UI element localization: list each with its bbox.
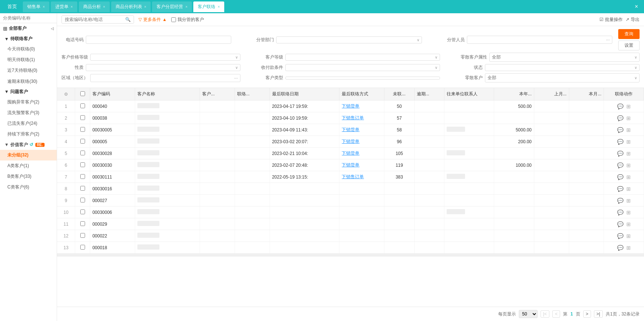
my-customers-filter[interactable]: 我分管的客户: [171, 17, 204, 23]
sidebar-item-class-b[interactable]: B类客户(33): [0, 171, 57, 182]
all-customers-header[interactable]: ⊞ 全部客户 ◁: [0, 23, 57, 34]
sidebar-item-class-c[interactable]: C类客户(6): [0, 182, 57, 193]
last-way-link[interactable]: 下销货单: [342, 151, 359, 156]
close-sales-tab[interactable]: ×: [43, 5, 45, 9]
grid-action-icon[interactable]: ⊞: [626, 221, 631, 227]
message-icon[interactable]: 💬: [617, 103, 623, 109]
settings-icon[interactable]: ⚙: [64, 92, 68, 97]
grid-action-icon[interactable]: ⊞: [626, 174, 631, 180]
cell-checkbox[interactable]: [75, 207, 90, 218]
customer-level-select[interactable]: ∨: [285, 54, 440, 61]
sidebar-item-class-a[interactable]: A类客户(1): [0, 160, 57, 171]
cell-checkbox[interactable]: [75, 124, 90, 136]
grid-action-icon[interactable]: ⊞: [626, 198, 631, 204]
nav-tab-product-analysis[interactable]: 商品分析 ×: [79, 1, 110, 12]
last-page-btn[interactable]: >|: [594, 310, 603, 318]
refresh-icon[interactable]: ↺: [29, 142, 33, 147]
problem-section[interactable]: ▼ 问题客户: [0, 87, 57, 97]
nav-tab-sales[interactable]: 销售单 ×: [23, 1, 49, 12]
message-icon[interactable]: 💬: [617, 245, 623, 251]
row-checkbox[interactable]: [80, 162, 85, 167]
sidebar-item-overdue[interactable]: 逾期未联络(30): [0, 76, 57, 87]
region-more[interactable]: ···: [234, 75, 238, 81]
th-checkbox[interactable]: [75, 88, 90, 100]
nav-tab-customer-segment[interactable]: 客户分层经营 ×: [152, 1, 192, 12]
grid-action-icon[interactable]: ⊞: [626, 162, 631, 168]
message-icon[interactable]: 💬: [617, 221, 623, 227]
sidebar-item-unclassified[interactable]: 未分组(32): [0, 150, 57, 160]
cell-checkbox[interactable]: [75, 195, 90, 207]
query-button[interactable]: 查询: [618, 29, 640, 39]
row-checkbox[interactable]: [80, 127, 85, 132]
last-way-link[interactable]: 下销货单: [342, 103, 359, 109]
grid-action-icon[interactable]: ⊞: [626, 151, 631, 156]
grid-action-icon[interactable]: ⊞: [626, 233, 631, 239]
close-product-list-tab[interactable]: ×: [144, 5, 147, 9]
scrollbar[interactable]: [57, 254, 644, 257]
grid-action-icon[interactable]: ⊞: [626, 103, 631, 109]
close-product-analysis-tab[interactable]: ×: [103, 5, 105, 9]
collapse-icon[interactable]: ◁: [51, 27, 54, 31]
phone-input[interactable]: [86, 36, 231, 44]
price-level-select[interactable]: ∨: [90, 54, 240, 61]
last-way-link[interactable]: 下销售订单: [342, 174, 364, 179]
grid-action-icon[interactable]: ⊞: [626, 139, 631, 145]
cell-checkbox[interactable]: [75, 171, 90, 183]
row-checkbox[interactable]: [80, 151, 85, 155]
message-icon[interactable]: 💬: [617, 198, 623, 204]
message-icon[interactable]: 💬: [617, 127, 623, 133]
grid-action-icon[interactable]: ⊞: [626, 127, 631, 133]
sidebar-item-today[interactable]: 今天待联络(0): [0, 44, 57, 54]
message-icon[interactable]: 💬: [617, 139, 623, 145]
status-select[interactable]: ∨: [485, 64, 640, 71]
sidebar-item-tomorrow[interactable]: 明天待联络(1): [0, 54, 57, 65]
retail-attr-select[interactable]: 全部 ∨: [489, 53, 640, 62]
message-icon[interactable]: 💬: [617, 174, 623, 180]
row-checkbox[interactable]: [80, 233, 85, 238]
more-conditions-btn[interactable]: ▽ 更多条件 ▲: [138, 17, 167, 23]
cell-checkbox[interactable]: [75, 218, 90, 230]
my-customers-checkbox[interactable]: [171, 17, 176, 22]
sidebar-item-abnormal[interactable]: 囤购异常客户(2): [0, 97, 57, 107]
main-search-input[interactable]: [65, 17, 124, 22]
cell-checkbox[interactable]: [75, 159, 90, 171]
grid-action-icon[interactable]: ⊞: [626, 115, 631, 121]
message-icon[interactable]: 💬: [617, 151, 623, 156]
pending-section[interactable]: ▼ 待联络客户: [0, 34, 57, 44]
message-icon[interactable]: 💬: [617, 162, 623, 168]
nav-tab-customer-contact[interactable]: 客户联络 ×: [193, 1, 224, 12]
nav-home[interactable]: 首页: [3, 1, 21, 12]
close-segment-tab[interactable]: ×: [185, 5, 187, 9]
sidebar-item-7days[interactable]: 近7天待联络(0): [0, 65, 57, 76]
grid-action-icon[interactable]: ⊞: [626, 209, 631, 215]
first-page-btn[interactable]: |<: [541, 310, 549, 318]
more-icon[interactable]: ···: [606, 37, 610, 42]
row-checkbox[interactable]: [80, 245, 85, 250]
message-icon[interactable]: 💬: [617, 186, 623, 192]
sidebar-item-declining[interactable]: 持续下滑客户(2): [0, 129, 57, 140]
grid-action-icon[interactable]: ⊞: [626, 186, 631, 192]
last-way-link[interactable]: 下销货单: [342, 127, 359, 132]
nav-tab-purchase[interactable]: 进货单 ×: [51, 1, 77, 12]
next-page-btn[interactable]: >: [583, 310, 591, 318]
batch-operation-btn[interactable]: ☑ 批量操作: [599, 17, 623, 23]
sidebar-search-input[interactable]: [3, 15, 57, 21]
cell-checkbox[interactable]: [75, 183, 90, 195]
last-way-link[interactable]: 下销货单: [342, 139, 359, 144]
last-way-link[interactable]: 下销售订单: [342, 115, 364, 120]
row-checkbox[interactable]: [80, 174, 85, 179]
row-checkbox[interactable]: [80, 209, 85, 214]
payment-select[interactable]: ∨: [285, 64, 440, 71]
message-icon[interactable]: 💬: [617, 209, 623, 215]
cell-checkbox[interactable]: [75, 112, 90, 124]
cell-checkbox[interactable]: [75, 136, 90, 148]
message-icon[interactable]: 💬: [617, 115, 623, 121]
sidebar-item-churned[interactable]: 已流失客户(24): [0, 118, 57, 129]
customer-type-select[interactable]: [285, 77, 440, 80]
score-section[interactable]: ▼ 价值客户 ↺ RE.: [0, 140, 57, 150]
close-contact-tab[interactable]: ×: [218, 5, 220, 9]
retail-customer-select[interactable]: 全部 ∨: [485, 73, 640, 82]
sidebar-item-churn-warning[interactable]: 流失预警客户(3): [0, 107, 57, 118]
close-all-btn[interactable]: ×: [632, 2, 641, 11]
prev-page-btn[interactable]: <: [552, 310, 560, 318]
